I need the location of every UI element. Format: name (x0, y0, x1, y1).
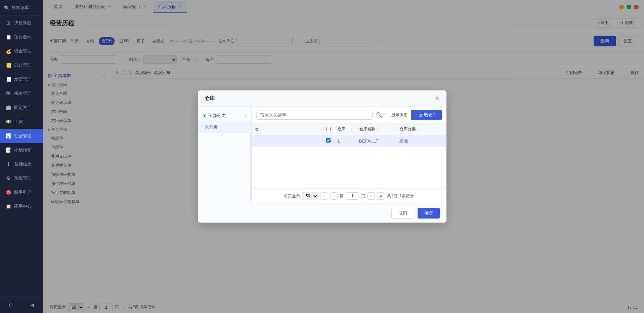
col-category-header: 仓库分类 ↕ (396, 124, 446, 135)
modal-body: ⊞ 全部分类 《 未分类 🔍 (198, 107, 446, 203)
select-all-modal-checkbox[interactable] (326, 127, 331, 131)
row-num-value: 1 (337, 139, 340, 144)
col-category-label: 仓库分类 (399, 127, 416, 131)
table-row[interactable]: 1 DEFAULT 总仓 (252, 135, 446, 147)
modal-footer: 取消 确定 (198, 203, 446, 223)
next-page-btn[interactable]: › (367, 192, 375, 200)
warehouse-modal: 仓库 ✕ ⊞ 全部分类 《 未分类 (198, 90, 446, 223)
modal-category-panel: ⊞ 全部分类 《 未分类 (198, 107, 252, 203)
modal-overlay: 仓库 ✕ ⊞ 全部分类 《 未分类 (0, 0, 644, 313)
left-scrollbar[interactable] (250, 133, 251, 200)
col-num-sort-icon[interactable]: ↕ (351, 127, 352, 131)
row-checkbox-cell (323, 135, 334, 147)
show-disabled-text: 显示停用 (391, 112, 407, 118)
row-code-cell: DEFAULT (356, 135, 396, 147)
prev-page-btn[interactable]: ‹ (330, 192, 338, 200)
modal-title: 仓库 (205, 95, 215, 102)
left-scroll-area (198, 133, 251, 200)
row-checkbox[interactable] (326, 138, 331, 143)
show-disabled-label[interactable]: 显示停用 (386, 112, 407, 118)
all-category-label: 全部分类 (208, 113, 226, 119)
modal-table-wrap: ⚙ 仓库... ↕ 仓库名称 (252, 124, 446, 188)
page-input[interactable] (346, 192, 359, 200)
row-name-cell: 总仓 (396, 135, 446, 147)
settings-icon: ⚙ (255, 127, 259, 132)
page-suffix: 页 (361, 193, 365, 199)
page-label: 第 (340, 193, 344, 199)
category-grid-icon: ⊞ (203, 113, 206, 118)
modal-search-bar: 🔍 显示停用 + 新增仓库 (252, 107, 446, 124)
col-name-header: 仓库名称 ↕ (356, 124, 396, 135)
col-name-label: 仓库名称 (359, 127, 375, 131)
col-settings-header[interactable]: ⚙ (252, 124, 323, 135)
per-page-select[interactable]: 50 (302, 192, 318, 200)
row-code-value: DEFAULT (359, 139, 379, 144)
col-num-header: 仓库... ↕ (334, 124, 355, 135)
row-name-value: 总仓 (399, 138, 408, 143)
page-total-info: 共1页, 1条记录 (387, 193, 414, 199)
first-page-btn[interactable]: « (320, 192, 329, 200)
col-name-sort-icon[interactable]: ↕ (377, 127, 379, 131)
modal-search-icon[interactable]: 🔍 (376, 112, 382, 118)
modal-pagination: 每页显示 50 « ‹ 第 页 › » 共1页, 1条记录 (252, 188, 446, 203)
modal-close-button[interactable]: ✕ (435, 95, 440, 102)
add-warehouse-button[interactable]: + 新增仓库 (411, 110, 441, 120)
modal-right-panel: 🔍 显示停用 + 新增仓库 ⚙ (252, 107, 446, 203)
col-checkbox-header (323, 124, 334, 135)
last-page-btn[interactable]: » (377, 192, 385, 200)
left-toggle-btn[interactable]: 《 (243, 113, 247, 118)
modal-table: ⚙ 仓库... ↕ 仓库名称 (252, 124, 446, 147)
modal-search-input[interactable] (256, 111, 373, 120)
col-num-label: 仓库... (337, 127, 349, 131)
row-settings-cell (252, 135, 323, 147)
all-category-btn[interactable]: ⊞ 全部分类 《 (198, 110, 251, 121)
uncategorized-label: 未分类 (205, 124, 218, 129)
table-header-row: ⚙ 仓库... ↕ 仓库名称 (252, 124, 446, 135)
per-page-label: 每页显示 (284, 193, 300, 199)
modal-table-body: 1 DEFAULT 总仓 (252, 135, 446, 147)
row-num-cell: 1 (334, 135, 355, 147)
confirm-button[interactable]: 确定 (418, 208, 440, 219)
category-uncategorized[interactable]: 未分类 (198, 121, 251, 133)
cancel-button[interactable]: 取消 (391, 208, 414, 219)
modal-header: 仓库 ✕ (198, 90, 446, 107)
show-disabled-checkbox[interactable] (386, 113, 390, 117)
col-category-sort-icon[interactable]: ↕ (417, 127, 419, 131)
